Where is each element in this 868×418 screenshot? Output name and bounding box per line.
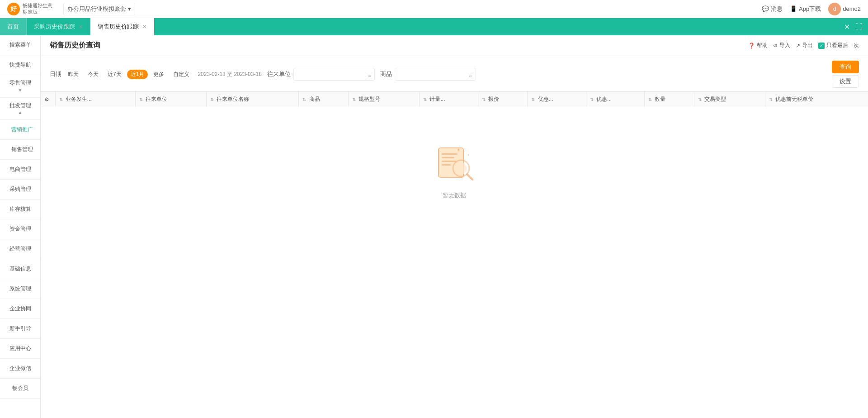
sort-icon: ⇅ bbox=[482, 97, 486, 102]
product-filter-group: 商品 ... bbox=[380, 68, 476, 81]
sidebar-item-member-card[interactable]: 畅会员 bbox=[0, 379, 40, 399]
table-col-discount2[interactable]: ⇅ 优惠... bbox=[586, 92, 644, 107]
sidebar-item-system-mgmt[interactable]: 系统管理 bbox=[0, 279, 40, 299]
tab-purchase-history[interactable]: 采购历史价跟踪 ✕ bbox=[27, 18, 90, 35]
sort-icon: ⇅ bbox=[698, 97, 702, 102]
tab-home[interactable]: 首页 bbox=[0, 18, 27, 35]
data-table: ⚙ ⇅ 业务发生... ⇅ 往来单位 ⇅ 往来单位名称 bbox=[41, 92, 868, 107]
empty-text: 暂无数据 bbox=[443, 191, 466, 200]
sort-icon: ⇅ bbox=[590, 97, 594, 102]
logo-icon: 好 bbox=[7, 3, 20, 15]
table-col-pre-discount-price[interactable]: ⇅ 优惠前无税单价 bbox=[765, 92, 868, 107]
chevron-up-icon: ▲ bbox=[18, 110, 23, 115]
page-title: 销售历史价查询 bbox=[50, 41, 100, 56]
table-col-partner-name[interactable]: ⇅ 往来单位名称 bbox=[206, 92, 299, 107]
workspace-selector[interactable]: 办公用品行业模拟账套 ▾ bbox=[63, 3, 135, 15]
sidebar-item-purchase-mgmt[interactable]: 采购管理 bbox=[0, 180, 40, 200]
empty-illustration: ✦ ✦ bbox=[432, 143, 477, 184]
sidebar-item-inventory[interactable]: 库存核算 bbox=[0, 200, 40, 219]
chevron-down-icon: ▼ bbox=[18, 88, 23, 93]
query-button[interactable]: 查询 bbox=[832, 61, 859, 73]
date-opt-yesterday[interactable]: 昨天 bbox=[64, 70, 82, 79]
import-icon: ↺ bbox=[773, 43, 778, 49]
tab-sales-history-close[interactable]: ✕ bbox=[142, 24, 146, 30]
main-layout: 搜索菜单 快捷导航 零售管理 ▼ 批发管理 ▲ 营销推广 销售管理 电商管理 采… bbox=[0, 35, 868, 418]
table-col-settings[interactable]: ⚙ bbox=[41, 92, 55, 107]
sort-icon: ⇅ bbox=[139, 97, 143, 102]
sidebar-item-enterprise-wechat[interactable]: 企业微信 bbox=[0, 359, 40, 379]
sidebar-item-new-guide[interactable]: 新手引导 bbox=[0, 319, 40, 339]
empty-state: ✦ ✦ 暂无数据 bbox=[41, 107, 868, 236]
partner-input[interactable]: ... bbox=[293, 68, 375, 81]
fullscreen-icon[interactable]: ⛶ bbox=[855, 23, 863, 31]
tab-purchase-history-close[interactable]: ✕ bbox=[79, 24, 83, 30]
date-filter-group: 日期 昨天 今天 近7天 近1月 更多 自定义 2023-02-18 至 202… bbox=[50, 70, 262, 79]
sort-icon: ⇅ bbox=[59, 97, 63, 102]
sidebar-item-basic-info[interactable]: 基础信息 bbox=[0, 259, 40, 279]
date-opt-last1m[interactable]: 近1月 bbox=[127, 70, 148, 79]
date-opt-last7[interactable]: 近7天 bbox=[104, 70, 125, 79]
table-col-product[interactable]: ⇅ 商品 bbox=[299, 92, 349, 107]
page-header: 销售历史价查询 ❓ 帮助 ↺ 导入 ↗ 导出 ✓ 只看最后一次 bbox=[41, 35, 868, 56]
partner-label: 往来单位 bbox=[267, 70, 291, 78]
sidebar-item-ecommerce-mgmt[interactable]: 电商管理 bbox=[0, 160, 40, 180]
sidebar-item-app-center[interactable]: 应用中心 bbox=[0, 339, 40, 359]
sidebar-item-finance-mgmt[interactable]: 资金管理 bbox=[0, 219, 40, 239]
content-area: 销售历史价查询 ❓ 帮助 ↺ 导入 ↗ 导出 ✓ 只看最后一次 bbox=[41, 35, 868, 418]
date-opt-today[interactable]: 今天 bbox=[84, 70, 102, 79]
help-button[interactable]: ❓ 帮助 bbox=[748, 42, 768, 49]
sort-icon: ⇅ bbox=[352, 97, 356, 102]
tab-sales-history[interactable]: 销售历史价跟踪 ✕ bbox=[90, 18, 154, 35]
table-col-price[interactable]: ⇅ 报价 bbox=[478, 92, 528, 107]
logo-text: 畅捷通好生意 标准版 bbox=[23, 3, 52, 14]
settings-button[interactable]: 设置 bbox=[832, 75, 859, 88]
close-window-icon[interactable]: ✕ bbox=[844, 23, 850, 31]
table-col-discount1[interactable]: ⇅ 优惠... bbox=[528, 92, 586, 107]
table-col-biz-date[interactable]: ⇅ 业务发生... bbox=[55, 92, 135, 107]
avatar: d bbox=[828, 3, 841, 15]
sidebar-item-enterprise-collab[interactable]: 企业协同 bbox=[0, 299, 40, 319]
user-menu[interactable]: d demo2 bbox=[828, 3, 861, 15]
app-download-button[interactable]: 📱 App下载 bbox=[790, 5, 821, 13]
import-button[interactable]: ↺ 导入 bbox=[773, 42, 790, 49]
sidebar-item-retail-mgmt[interactable]: 零售管理 ▼ bbox=[0, 75, 40, 98]
sidebar-item-wholesale-mgmt[interactable]: 批发管理 ▲ bbox=[0, 98, 40, 120]
checkbox-icon: ✓ bbox=[818, 43, 825, 49]
product-input[interactable]: ... bbox=[395, 68, 476, 81]
chevron-down-icon: ▾ bbox=[128, 5, 131, 12]
sidebar-item-quick-nav[interactable]: 快捷导航 bbox=[0, 55, 40, 75]
svg-rect-4 bbox=[442, 164, 451, 166]
product-input-dots: ... bbox=[468, 70, 472, 78]
table-col-spec[interactable]: ⇅ 规格型号 bbox=[348, 92, 419, 107]
table-area: ⚙ ⇅ 业务发生... ⇅ 往来单位 ⇅ 往来单位名称 bbox=[41, 92, 868, 418]
svg-point-6 bbox=[455, 162, 467, 174]
sidebar-item-search-menu[interactable]: 搜索菜单 bbox=[0, 35, 40, 55]
sidebar-item-sales-mgmt[interactable]: 销售管理 bbox=[0, 140, 40, 160]
sort-icon: ⇅ bbox=[302, 97, 306, 102]
table-col-unit[interactable]: ⇅ 计量... bbox=[420, 92, 478, 107]
table-col-partner-code[interactable]: ⇅ 往来单位 bbox=[135, 92, 206, 107]
top-header: 好 畅捷通好生意 标准版 办公用品行业模拟账套 ▾ 💬 消息 📱 App下载 d… bbox=[0, 0, 868, 18]
tab-bar: 首页 采购历史价跟踪 ✕ 销售历史价跟踪 ✕ ✕ ⛶ bbox=[0, 18, 868, 35]
tab-bar-spacer bbox=[154, 18, 839, 35]
product-label: 商品 bbox=[380, 70, 392, 78]
header-left: 好 畅捷通好生意 标准版 办公用品行业模拟账套 ▾ bbox=[7, 3, 135, 15]
date-label: 日期 bbox=[50, 70, 61, 78]
only-last-checkbox[interactable]: ✓ 只看最后一次 bbox=[818, 42, 859, 49]
download-icon: 📱 bbox=[790, 5, 797, 12]
date-opt-more[interactable]: 更多 bbox=[150, 70, 168, 79]
sidebar-item-marketing[interactable]: 营销推广 bbox=[0, 120, 40, 140]
message-button[interactable]: 💬 消息 bbox=[762, 5, 783, 13]
svg-text:✦: ✦ bbox=[457, 147, 460, 152]
date-opt-custom[interactable]: 自定义 bbox=[170, 70, 193, 79]
svg-rect-1 bbox=[442, 153, 458, 155]
sidebar-item-operations-mgmt[interactable]: 经营管理 bbox=[0, 239, 40, 259]
tab-bar-actions: ✕ ⛶ bbox=[839, 18, 868, 35]
table-col-trade-type[interactable]: ⇅ 交易类型 bbox=[694, 92, 765, 107]
sort-icon: ⇅ bbox=[531, 97, 535, 102]
date-options: 昨天 今天 近7天 近1月 更多 自定义 bbox=[64, 70, 193, 79]
export-icon: ↗ bbox=[796, 43, 800, 49]
export-button[interactable]: ↗ 导出 bbox=[796, 42, 813, 49]
table-col-quantity[interactable]: ⇅ 数量 bbox=[645, 92, 694, 107]
settings-icon: ⚙ bbox=[44, 96, 49, 103]
